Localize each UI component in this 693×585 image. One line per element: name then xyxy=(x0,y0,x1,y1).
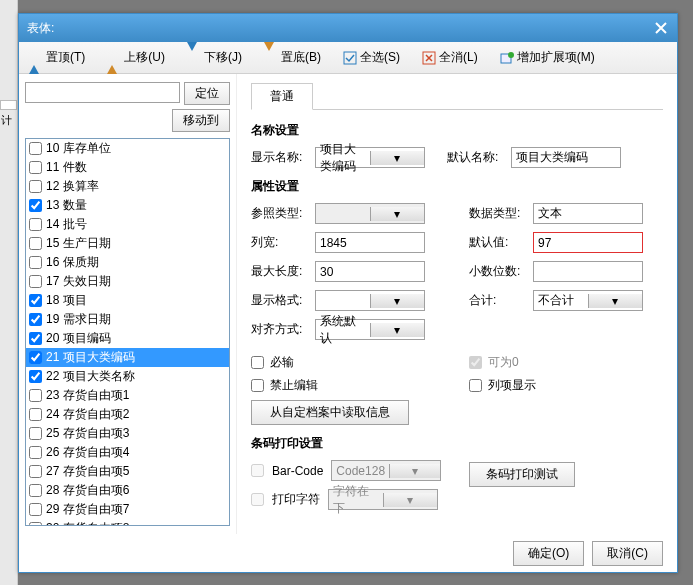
printchar-checkbox xyxy=(251,493,264,506)
cancel-button[interactable]: 取消(C) xyxy=(592,541,663,566)
list-item-label: 27 存货自由项5 xyxy=(46,463,129,480)
extend-icon xyxy=(500,51,514,65)
search-input[interactable] xyxy=(25,82,180,103)
select-all-button[interactable]: 全选(S) xyxy=(339,47,404,68)
outer-dock-tab[interactable]: 计 xyxy=(0,100,17,110)
list-item-checkbox[interactable] xyxy=(29,237,42,250)
list-item[interactable]: 12 换算率 xyxy=(26,177,229,196)
up-button[interactable]: 上移(U) xyxy=(103,47,169,68)
footer: 确定(O) 取消(C) xyxy=(513,541,663,566)
list-item[interactable]: 10 库存单位 xyxy=(26,139,229,158)
section-barcode: 条码打印设置 xyxy=(251,435,663,452)
list-item-checkbox[interactable] xyxy=(29,465,42,478)
list-item-label: 17 失效日期 xyxy=(46,273,111,290)
barcode-type-select: Code128▾ xyxy=(331,460,441,481)
list-item-label: 23 存货自由项1 xyxy=(46,387,129,404)
list-item-checkbox[interactable] xyxy=(29,503,42,516)
list-item-checkbox[interactable] xyxy=(29,389,42,402)
required-checkbox[interactable] xyxy=(251,356,264,369)
list-item[interactable]: 27 存货自由项5 xyxy=(26,462,229,481)
list-item-checkbox[interactable] xyxy=(29,351,42,364)
bottom-button[interactable]: 置底(B) xyxy=(260,47,325,68)
list-item-checkbox[interactable] xyxy=(29,313,42,326)
sum-select[interactable]: 不合计▾ xyxy=(533,290,643,311)
dialog-main: 表体: 置顶(T) 上移(U) 下移(J) 置底(B) 全选(S) 全消(L) … xyxy=(18,13,678,573)
list-item-checkbox[interactable] xyxy=(29,427,42,440)
list-item-label: 19 需求日期 xyxy=(46,311,111,328)
list-item[interactable]: 20 项目编码 xyxy=(26,329,229,348)
align-select[interactable]: 系统默认▾ xyxy=(315,319,425,340)
list-item[interactable]: 18 项目 xyxy=(26,291,229,310)
chevron-down-icon: ▾ xyxy=(389,464,440,478)
data-type-field[interactable] xyxy=(533,203,643,224)
list-item[interactable]: 17 失效日期 xyxy=(26,272,229,291)
ok-button[interactable]: 确定(O) xyxy=(513,541,584,566)
list-item-label: 25 存货自由项3 xyxy=(46,425,129,442)
list-item[interactable]: 29 存货自由项7 xyxy=(26,500,229,519)
col-width-field[interactable] xyxy=(315,232,425,253)
barcode-label: Bar-Code xyxy=(272,464,323,478)
default-name-label: 默认名称: xyxy=(447,149,503,166)
tabs: 普通 xyxy=(251,82,663,110)
list-item-label: 26 存货自由项4 xyxy=(46,444,129,461)
sum-label: 合计: xyxy=(469,292,525,309)
list-item-checkbox[interactable] xyxy=(29,522,42,526)
list-item-checkbox[interactable] xyxy=(29,199,42,212)
list-item[interactable]: 15 生产日期 xyxy=(26,234,229,253)
list-item-checkbox[interactable] xyxy=(29,370,42,383)
barcode-test-button[interactable]: 条码打印测试 xyxy=(469,462,575,487)
colshow-checkbox[interactable] xyxy=(469,379,482,392)
list-item-label: 15 生产日期 xyxy=(46,235,111,252)
close-icon[interactable] xyxy=(653,20,669,36)
read-custom-button[interactable]: 从自定档案中读取信息 xyxy=(251,400,409,425)
list-item-checkbox[interactable] xyxy=(29,218,42,231)
max-len-label: 最大长度: xyxy=(251,263,307,280)
moveto-button[interactable]: 移动到 xyxy=(172,109,230,132)
default-value-field[interactable] xyxy=(533,232,643,253)
section-attr: 属性设置 xyxy=(251,178,663,195)
decimal-field[interactable] xyxy=(533,261,643,282)
left-panel: 定位 移动到 10 库存单位11 件数12 换算率13 数量14 批号15 生产… xyxy=(19,74,237,534)
list-item-checkbox[interactable] xyxy=(29,484,42,497)
list-item[interactable]: 22 项目大类名称 xyxy=(26,367,229,386)
list-item[interactable]: 16 保质期 xyxy=(26,253,229,272)
toolbar: 置顶(T) 上移(U) 下移(J) 置底(B) 全选(S) 全消(L) 增加扩展… xyxy=(19,42,677,74)
default-value-label: 默认值: xyxy=(469,234,525,251)
list-item-checkbox[interactable] xyxy=(29,294,42,307)
list-item-checkbox[interactable] xyxy=(29,446,42,459)
list-item[interactable]: 21 项目大类编码 xyxy=(26,348,229,367)
display-fmt-select[interactable]: ▾ xyxy=(315,290,425,311)
list-item-checkbox[interactable] xyxy=(29,142,42,155)
item-list[interactable]: 10 库存单位11 件数12 换算率13 数量14 批号15 生产日期16 保质… xyxy=(25,138,230,526)
list-item[interactable]: 28 存货自由项6 xyxy=(26,481,229,500)
list-item-checkbox[interactable] xyxy=(29,408,42,421)
display-name-select[interactable]: 项目大类编码▾ xyxy=(315,147,425,168)
unselect-all-button[interactable]: 全消(L) xyxy=(418,47,482,68)
default-name-field[interactable] xyxy=(511,147,621,168)
list-item[interactable]: 23 存货自由项1 xyxy=(26,386,229,405)
tab-general[interactable]: 普通 xyxy=(251,83,313,110)
list-item-checkbox[interactable] xyxy=(29,180,42,193)
list-item[interactable]: 26 存货自由项4 xyxy=(26,443,229,462)
top-button[interactable]: 置顶(T) xyxy=(25,47,89,68)
max-len-field[interactable] xyxy=(315,261,425,282)
arrow-down-icon xyxy=(187,51,201,65)
arrow-top-icon xyxy=(29,51,43,65)
list-item[interactable]: 14 批号 xyxy=(26,215,229,234)
down-button[interactable]: 下移(J) xyxy=(183,47,246,68)
list-item[interactable]: 24 存货自由项2 xyxy=(26,405,229,424)
list-item[interactable]: 25 存货自由项3 xyxy=(26,424,229,443)
list-item[interactable]: 11 件数 xyxy=(26,158,229,177)
list-item-checkbox[interactable] xyxy=(29,275,42,288)
select-all-icon xyxy=(343,51,357,65)
list-item-checkbox[interactable] xyxy=(29,256,42,269)
list-item[interactable]: 19 需求日期 xyxy=(26,310,229,329)
list-item[interactable]: 13 数量 xyxy=(26,196,229,215)
extend-button[interactable]: 增加扩展项(M) xyxy=(496,47,599,68)
noedit-checkbox[interactable] xyxy=(251,379,264,392)
list-item-checkbox[interactable] xyxy=(29,161,42,174)
align-label: 对齐方式: xyxy=(251,321,307,338)
locate-button[interactable]: 定位 xyxy=(184,82,230,105)
list-item[interactable]: 30 存货自由项8 xyxy=(26,519,229,526)
list-item-checkbox[interactable] xyxy=(29,332,42,345)
